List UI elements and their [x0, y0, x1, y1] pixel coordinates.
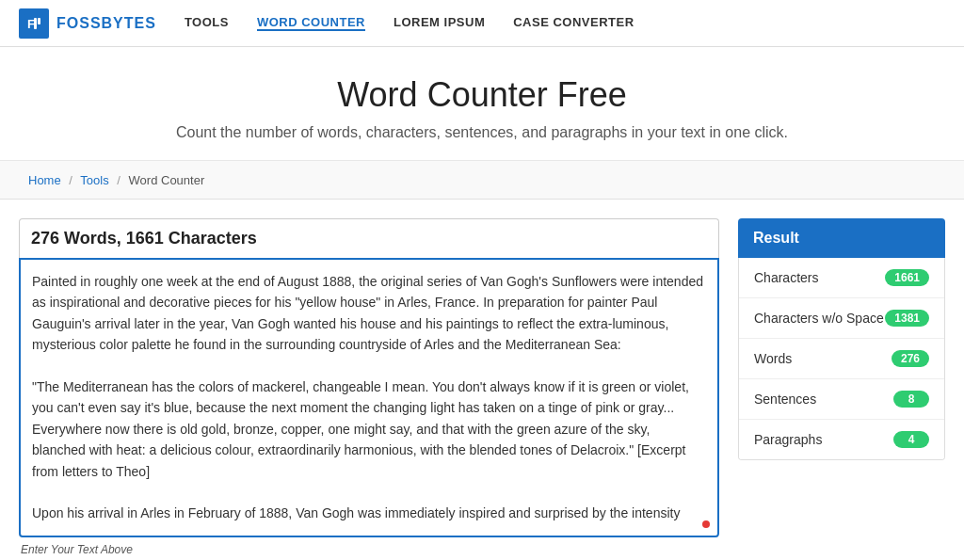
breadcrumb: Home / Tools / Word Counter	[28, 173, 204, 187]
red-dot-indicator	[702, 520, 710, 528]
nav-tools[interactable]: TOOLS	[185, 15, 229, 31]
badge-words: 276	[892, 350, 929, 367]
breadcrumb-sep2: /	[117, 173, 120, 187]
word-count-summary: 276 Words, 1661 Characters	[19, 218, 719, 258]
main-content: 276 Words, 1661 Characters Enter Your Te…	[0, 200, 964, 560]
breadcrumb-sep1: /	[69, 173, 72, 187]
badge-paragraphs: 4	[893, 431, 929, 448]
logo-text: FOSSBYTES	[56, 15, 156, 32]
left-panel: 276 Words, 1661 Characters Enter Your Te…	[19, 218, 719, 556]
site-logo[interactable]: F FOSSBYTES	[19, 8, 156, 39]
svg-rect-2	[34, 18, 37, 29]
label-paragraphs: Paragraphs	[754, 432, 822, 447]
logo-icon: F	[19, 8, 49, 39]
nav-word-counter[interactable]: WORD COUNTER	[257, 15, 365, 31]
right-panel: Result Characters 1661 Characters w/o Sp…	[738, 218, 945, 556]
result-row-characters: Characters 1661	[739, 258, 944, 298]
result-row-paragraphs: Paragraphs 4	[739, 420, 944, 459]
nav-links: TOOLS WORD COUNTER LOREM IPSUM CASE CONV…	[185, 15, 635, 31]
hero-subtitle: Count the number of words, characters, s…	[19, 124, 945, 141]
textarea-wrapper	[19, 258, 719, 537]
label-chars-no-space: Characters w/o Space	[754, 311, 884, 326]
breadcrumb-home[interactable]: Home	[28, 173, 61, 187]
result-header: Result	[738, 218, 945, 258]
svg-rect-3	[38, 18, 40, 24]
result-table: Characters 1661 Characters w/o Space 138…	[738, 258, 945, 460]
nav-case-converter[interactable]: CASE CONVERTER	[513, 15, 634, 31]
badge-chars-no-space: 1381	[885, 310, 929, 327]
hero-section: Word Counter Free Count the number of wo…	[0, 47, 964, 161]
label-sentences: Sentences	[754, 392, 816, 407]
nav-lorem-ipsum[interactable]: LOREM IPSUM	[394, 15, 485, 31]
result-row-sentences: Sentences 8	[739, 379, 944, 420]
result-row-words: Words 276	[739, 339, 944, 379]
badge-sentences: 8	[893, 391, 929, 408]
label-words: Words	[754, 351, 792, 366]
navbar: F FOSSBYTES TOOLS WORD COUNTER LOREM IPS…	[0, 0, 964, 47]
text-hint: Enter Your Text Above	[19, 543, 719, 556]
page-title: Word Counter Free	[19, 75, 945, 115]
result-row-chars-no-space: Characters w/o Space 1381	[739, 298, 944, 339]
breadcrumb-tools[interactable]: Tools	[80, 173, 108, 187]
svg-text:F: F	[27, 17, 35, 31]
label-characters: Characters	[754, 270, 818, 285]
badge-characters: 1661	[885, 269, 929, 286]
breadcrumb-current: Word Counter	[129, 173, 205, 187]
text-input[interactable]	[21, 260, 717, 533]
breadcrumb-bar: Home / Tools / Word Counter	[0, 161, 964, 200]
